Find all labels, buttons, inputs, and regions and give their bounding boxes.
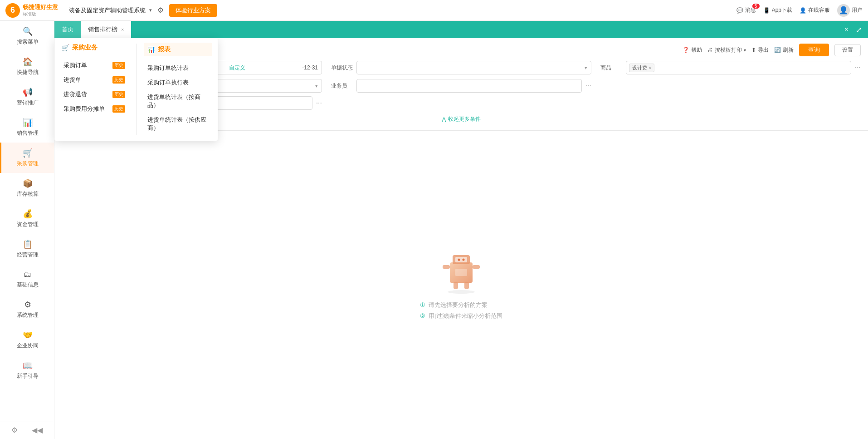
empty-state: ① 请先选择要分析的方案 ② 用[过滤]条件来缩小分析范围 [420, 249, 503, 321]
report-icon: 📊 [147, 46, 155, 53]
sidebar-item-label: 库存核算 [17, 190, 39, 198]
sidebar-collapse-btn[interactable]: ◀◀ [32, 426, 43, 434]
export-icon: ⬆ [751, 47, 756, 53]
home-icon: 🏠 [23, 57, 33, 67]
dropdown-item-purchase-order[interactable]: 采购订单 历史 [62, 58, 127, 73]
dropdown-item-expense[interactable]: 采购费用分摊单 历史 [62, 102, 127, 116]
user-action[interactable]: 👤 用户 [837, 4, 863, 17]
print-icon: 🖨 [707, 47, 713, 53]
history-badge-0: 历史 [112, 62, 125, 69]
sidebar-item-label: 企业协同 [17, 342, 39, 350]
refresh-action[interactable]: 🔄 刷新 [774, 46, 794, 54]
logo-text: 畅捷通好生意 标准版 [23, 4, 58, 17]
goods-tag-close[interactable]: × [649, 65, 651, 70]
phone-icon: 📱 [763, 7, 770, 14]
message-action[interactable]: 💬 消息 5 [736, 6, 756, 14]
salesperson-more-dots[interactable]: ··· [585, 82, 591, 90]
tab-expand-btn[interactable]: ⤢ [853, 25, 864, 35]
svg-rect-2 [455, 257, 467, 262]
operations-icon: 📋 [23, 239, 33, 249]
sidebar-item-guide[interactable]: 📖 新手引导 [0, 355, 54, 385]
svg-point-4 [462, 259, 464, 261]
empty-hint2: ② 用[过滤]条件来缩小分析范围 [420, 311, 503, 321]
setting-button[interactable]: 设置 [834, 44, 861, 56]
online-service-action[interactable]: 👤 在线客服 [800, 6, 830, 14]
filter-salesperson: 业务员 ··· [331, 79, 591, 93]
customer-more-dots[interactable]: ··· [316, 99, 322, 107]
svg-rect-5 [455, 269, 467, 276]
message-icon: 💬 [736, 7, 743, 14]
header-right: 💬 消息 5 📱 App下载 👤 在线客服 👤 用户 [736, 4, 863, 17]
sidebar-item-label: 销售管理 [17, 129, 39, 137]
dropdown-item-return[interactable]: 进货退货 历史 [62, 87, 127, 102]
sidebar-item-label: 快捷导航 [17, 69, 39, 76]
voucher-status-select[interactable]: ▾ [356, 61, 591, 74]
sales-icon: 📊 [23, 118, 33, 128]
dropdown-item-report-order-stat[interactable]: 采购订单统计表 [146, 61, 211, 75]
date-custom[interactable]: 自定义 [229, 64, 245, 72]
tab-sales-rank[interactable]: 销售排行榜 × [81, 21, 131, 38]
salesperson-select[interactable] [356, 79, 582, 93]
dropdown-left-title: 🛒 采购业务 [62, 44, 127, 54]
sidebar-item-sales[interactable]: 📊 销售管理 [0, 112, 54, 143]
sidebar-item-label: 经营管理 [17, 251, 39, 259]
svg-point-10 [448, 290, 475, 294]
sidebar-item-marketing[interactable]: 📢 营销推广 [0, 82, 54, 112]
app-download-action[interactable]: 📱 App下载 [763, 6, 792, 14]
dropdown-item-report-incoming-supplier[interactable]: 进货单统计表（按供应商） [146, 113, 211, 135]
online-service-label: 在线客服 [808, 6, 830, 14]
purchase-dropdown-menu: 🛒 采购业务 采购订单 历史 进货单 历史 进货退货 历史 采购费用分摊单 历史 [54, 38, 218, 141]
help-label: 帮助 [691, 46, 702, 54]
industry-btn[interactable]: 体验行业方案 [169, 4, 217, 17]
sidebar-item-finance[interactable]: 💰 资金管理 [0, 203, 54, 234]
dropdown-item-report-order-exec[interactable]: 采购订单执行表 [146, 75, 211, 90]
sidebar-item-label: 营销推广 [17, 99, 39, 107]
sidebar-item-search[interactable]: 🔍 搜索菜单 [0, 21, 54, 51]
sidebar: 🔍 搜索菜单 🏠 快捷导航 📢 营销推广 📊 销售管理 🛒 采购管理 📦 库存核… [0, 21, 54, 439]
tab-close-icon[interactable]: × [121, 27, 124, 32]
goods-select[interactable]: 设计费 × [626, 61, 851, 74]
filter-voucher-status: 单据状态 ▾ [331, 61, 591, 74]
print-action[interactable]: 🖨 按模板打印 ▾ [707, 46, 746, 54]
voucher-status-dropdown: ▾ [585, 65, 587, 71]
dropdown-cols: 🛒 采购业务 采购订单 历史 进货单 历史 进货退货 历史 采购费用分摊单 历史 [54, 44, 218, 135]
dropdown-col-report: 📊 报表 采购订单统计表 采购订单执行表 进货单统计表（按商品） 进货单统计表（… [138, 44, 218, 135]
svg-rect-6 [454, 282, 458, 289]
sidebar-item-label: 系统管理 [17, 311, 39, 319]
tab-close-btn[interactable]: × [842, 25, 851, 35]
goods-more-dots[interactable]: ··· [855, 64, 861, 72]
print-dropdown-arrow[interactable]: ▾ [744, 48, 746, 53]
collapse-up-icon: ⋀ [442, 116, 446, 123]
system-title[interactable]: 装备及固定资产辅助管理系统 [69, 6, 146, 15]
sidebar-item-basic-info[interactable]: 🗂 基础信息 [0, 264, 54, 294]
sidebar-item-operations[interactable]: 📋 经营管理 [0, 234, 54, 264]
help-action[interactable]: ❓ 帮助 [683, 46, 702, 54]
sidebar-settings-btn[interactable]: ⚙ [11, 426, 18, 434]
system-dropdown-arrow[interactable]: ▾ [149, 7, 152, 13]
filter-goods: 商品 设计费 × ··· [600, 61, 861, 74]
sidebar-item-quick-nav[interactable]: 🏠 快捷导航 [0, 51, 54, 82]
purchase-business-icon: 🛒 [62, 44, 69, 51]
export-action[interactable]: ⬆ 导出 [751, 46, 769, 54]
rank-item-dropdown: ▾ [315, 83, 318, 89]
app-download-label: App下载 [772, 6, 792, 14]
sidebar-item-label: 采购管理 [17, 160, 39, 168]
logo-brand: 畅捷通好生意 [23, 4, 58, 11]
dropdown-item-incoming[interactable]: 进货单 历史 [62, 73, 127, 87]
sidebar-item-purchase[interactable]: 🛒 采购管理 [0, 143, 54, 173]
empty-hint1: ① 请先选择要分析的方案 [420, 300, 503, 310]
logo-version: 标准版 [23, 11, 58, 17]
sidebar-item-system[interactable]: ⚙ 系统管理 [0, 294, 54, 325]
query-button[interactable]: 查询 [799, 44, 829, 56]
settings-icon[interactable]: ⚙ [156, 4, 166, 16]
purchase-icon: 🛒 [23, 148, 33, 158]
svg-point-3 [458, 259, 460, 261]
dropdown-right-title: 📊 报表 [144, 43, 213, 56]
sidebar-item-cooperation[interactable]: 🤝 企业协同 [0, 325, 54, 355]
tab-home[interactable]: 首页 [54, 21, 81, 38]
tabs-right: × ⤢ [842, 25, 868, 35]
cooperation-icon: 🤝 [23, 330, 33, 340]
sidebar-item-inventory[interactable]: 📦 库存核算 [0, 173, 54, 203]
hint2-icon: ② [420, 312, 425, 319]
dropdown-item-report-incoming-goods[interactable]: 进货单统计表（按商品） [146, 90, 211, 113]
